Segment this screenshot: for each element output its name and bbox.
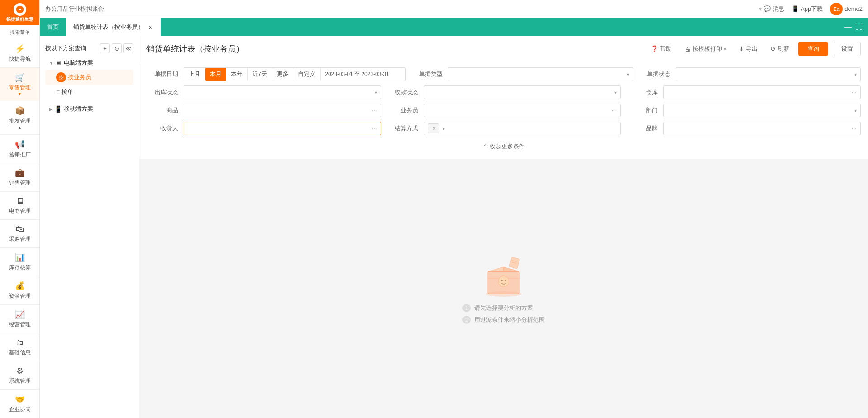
- collapse-up-icon: ⌃: [483, 143, 488, 150]
- dropdown-arrow-topbar[interactable]: ▾: [759, 6, 762, 12]
- message-label: 消息: [773, 5, 784, 13]
- settings-btn[interactable]: 设置: [834, 42, 861, 56]
- refresh-label: 刷新: [778, 45, 789, 53]
- help-label: 帮助: [660, 45, 672, 53]
- payment-tag-close[interactable]: ×: [433, 125, 436, 132]
- sidebar-item-retail[interactable]: 🛒 零售管理 ▾: [0, 68, 39, 101]
- sidebar-item-finance[interactable]: 💰 资金管理: [0, 276, 39, 305]
- dept-control[interactable]: ▾: [663, 104, 861, 117]
- sidebar-item-basic[interactable]: 🗂 基础信息: [0, 333, 39, 361]
- sidebar-item-system[interactable]: ⚙ 系统管理: [0, 361, 39, 390]
- date-btn-lastmonth[interactable]: 上月: [184, 68, 205, 81]
- date-btn-7days[interactable]: 近7天: [248, 68, 272, 81]
- inventory-icon: 📊: [15, 252, 25, 262]
- print-icon: 🖨: [684, 45, 691, 52]
- sidebar-item-enterprise[interactable]: 🤝 企业协同: [0, 390, 39, 418]
- template-print-btn[interactable]: 🖨 按模板打印 ▾: [681, 43, 730, 55]
- tree-item-mobile[interactable]: ▶ 📱 移动端方案: [45, 102, 133, 116]
- date-label: 单据日期: [146, 70, 178, 78]
- tree-child-salesman[interactable]: 按 按业务员: [45, 70, 133, 85]
- docstatus-control[interactable]: ▾: [676, 67, 861, 81]
- collectstatus-dropdown-icon: ▾: [614, 90, 617, 95]
- date-btn-thismonth[interactable]: 本月: [205, 68, 226, 81]
- receiver-dots: ···: [372, 125, 377, 132]
- date-range: 2023-03-01 至 2023-03-31: [321, 71, 393, 78]
- salesman-control[interactable]: ···: [424, 104, 621, 117]
- goods-control[interactable]: ···: [184, 104, 381, 117]
- doctype-control[interactable]: ▾: [448, 67, 633, 81]
- purchase-icon: 🛍: [16, 224, 24, 234]
- salesman-label: 业务员: [387, 106, 418, 114]
- docstatus-label: 单据状态: [639, 70, 670, 78]
- sidebar-item-label: 基础信息: [9, 349, 31, 356]
- sidebar-item-marketing[interactable]: 📢 营销推广: [0, 135, 39, 163]
- sidebar-item-inventory[interactable]: 📊 库存核算: [0, 248, 39, 276]
- collapse-filter-btn[interactable]: ⌃ 收起更多条件: [146, 140, 861, 153]
- add-scheme-btn[interactable]: +: [100, 43, 110, 53]
- sidebar-search-menu[interactable]: 搜索菜单: [0, 25, 39, 39]
- refresh-btn[interactable]: ↺ 刷新: [767, 43, 793, 55]
- empty-state: 1 请先选择要分析的方案 2 用过滤条件来缩小分析范围: [462, 253, 545, 324]
- sidebar-item-label: 快捷导航: [9, 55, 31, 63]
- collectstatus-label: 收款状态: [387, 88, 418, 96]
- sidebar-item-purchase[interactable]: 🛍 采购管理: [0, 220, 39, 248]
- warehouse-control[interactable]: ···: [663, 86, 861, 99]
- sidebar-item-label: 零售管理: [9, 84, 31, 91]
- salesman-dot-icon: 按: [56, 72, 66, 82]
- tab-minimize-btn[interactable]: —: [844, 23, 852, 31]
- tab-close-btn[interactable]: ✕: [146, 24, 154, 31]
- collapse-panel-btn[interactable]: ≪: [123, 43, 133, 53]
- basic-icon: 🗂: [16, 338, 24, 347]
- date-btn-custom[interactable]: 自定义: [293, 68, 321, 81]
- operation-icon: 📈: [15, 309, 25, 319]
- user-profile-btn[interactable]: Ea demo2: [830, 3, 863, 15]
- receiver-control[interactable]: ···: [184, 122, 381, 135]
- tab-report[interactable]: 销货单统计表（按业务员） ✕: [66, 18, 161, 36]
- tree-child-byorder[interactable]: ≡ 按单: [45, 85, 133, 99]
- tip-text-1: 请先选择要分析的方案: [474, 304, 533, 312]
- sidebar-item-operation[interactable]: 📈 经营管理: [0, 305, 39, 333]
- edit-scheme-btn[interactable]: ⊙: [112, 43, 122, 53]
- tip-num-2: 2: [462, 316, 471, 324]
- tree-item-desktop[interactable]: ▼ 🖥 电脑端方案: [45, 56, 133, 70]
- filter-row-2: 出库状态 ▾ 收款状态 ▾ 仓库 ···: [146, 86, 861, 99]
- export-btn[interactable]: ⬇ 导出: [735, 43, 761, 55]
- collapse-icon: ≪: [125, 45, 132, 52]
- tab-expand-btn[interactable]: ⛶: [855, 23, 863, 31]
- settings-icon: ⊙: [114, 45, 119, 52]
- payment-label: 结算方式: [387, 124, 418, 133]
- payment-dropdown-icon: ▾: [443, 126, 445, 131]
- sidebar-item-ecommerce[interactable]: 🖥 电商管理: [0, 192, 39, 220]
- collapse-label: 收起更多条件: [490, 142, 525, 151]
- sidebar-item-quicknav[interactable]: ⚡ 快捷导航: [0, 39, 39, 68]
- svg-point-6: [505, 280, 506, 281]
- help-btn[interactable]: ❓ 帮助: [647, 43, 675, 55]
- app-name: 办公用品行业模拟账套: [45, 5, 759, 13]
- date-btn-more[interactable]: 更多: [272, 68, 293, 81]
- message-btn[interactable]: 💬 消息: [764, 5, 784, 13]
- message-icon: 💬: [764, 5, 771, 12]
- date-btn-thisyear[interactable]: 本年: [226, 68, 248, 81]
- filter-row-3: 商品 ··· 业务员 ··· 部门 ▾: [146, 104, 861, 117]
- sidebar-item-wholesale[interactable]: 📦 批发管理 ▴: [0, 101, 39, 135]
- refresh-icon: ↺: [770, 45, 776, 52]
- svg-point-4: [498, 276, 509, 287]
- payment-control[interactable]: × ▾: [424, 122, 621, 135]
- page-header: 销货单统计表（按业务员） ❓ 帮助 🖨 按模板打印 ▾ ⬇: [139, 36, 868, 62]
- collectstatus-control[interactable]: ▾: [424, 86, 621, 99]
- topbar-right: 💬 消息 📱 App下载 Ea demo2: [764, 3, 863, 15]
- brand-control[interactable]: ···: [663, 122, 861, 135]
- topbar: 办公用品行业模拟账套 ▾ 💬 消息 📱 App下载 Ea demo2: [40, 0, 868, 18]
- goods-dots: ···: [372, 107, 377, 114]
- tab-home[interactable]: 首页: [40, 18, 66, 36]
- salesman-dots: ···: [612, 107, 617, 114]
- left-panel-header: 按以下方案查询 + ⊙ ≪: [40, 41, 139, 56]
- app-download-btn[interactable]: 📱 App下载: [792, 5, 823, 13]
- query-btn[interactable]: 查询: [798, 42, 828, 56]
- payment-tag: ×: [428, 124, 439, 133]
- sidebar-item-sales[interactable]: 💼 销售管理: [0, 163, 39, 192]
- outstatus-control[interactable]: ▾: [184, 86, 381, 99]
- svg-point-5: [501, 280, 503, 281]
- sidebar-logo: 畅捷通好生意: [0, 0, 40, 25]
- empty-tip-1: 1 请先选择要分析的方案: [462, 304, 545, 312]
